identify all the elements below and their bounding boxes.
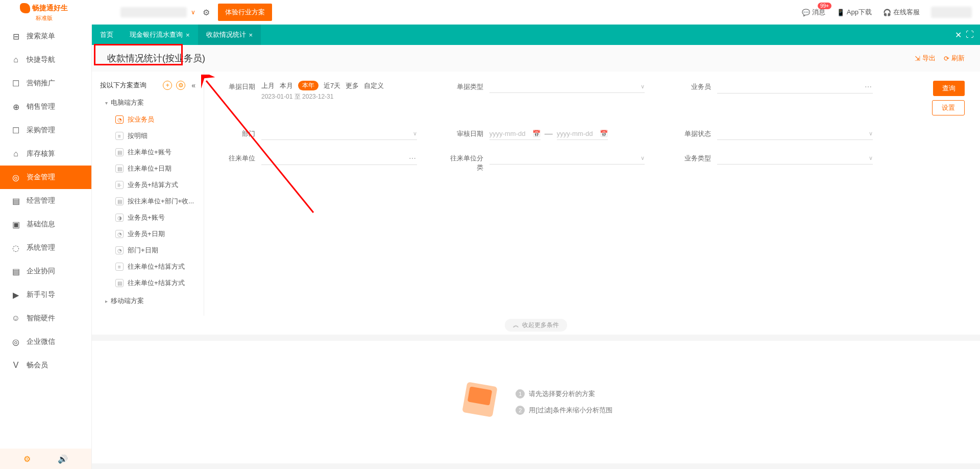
sidebar-item-icon: ▤ <box>11 267 20 276</box>
sidebar-item-icon: ⌂ <box>11 55 20 64</box>
sidebar-item[interactable]: ▤经营管理 <box>0 189 91 213</box>
page-header: 收款情况统计(按业务员) ⇲ 导出 ⟳ 刷新 <box>92 45 980 72</box>
experience-button[interactable]: 体验行业方案 <box>218 4 272 21</box>
sidebar-item[interactable]: ☐采购管理 <box>0 119 91 142</box>
date-last7[interactable]: 近7天 <box>324 81 340 90</box>
query-plan-item[interactable]: ▤往来单位+结算方式 <box>105 275 204 291</box>
sidebar-item[interactable]: V畅会员 <box>0 354 91 377</box>
biz-type-select[interactable]: ∨ <box>717 152 873 165</box>
query-plan-item[interactable]: ▤往来单位+账号 <box>105 144 204 160</box>
volume-icon[interactable]: 🔊 <box>58 454 68 464</box>
audit-date-to[interactable]: yyyy-mm-dd📅 <box>557 128 608 140</box>
query-plan-item[interactable]: ≡按明细 <box>105 128 204 144</box>
add-plan-icon[interactable]: + <box>163 81 172 90</box>
query-plan-item[interactable]: ◑业务员+账号 <box>105 209 204 226</box>
sidebar-item[interactable]: ◎企业微信 <box>0 330 91 354</box>
collapse-filters-button[interactable]: ︽ 收起更多条件 <box>505 319 567 332</box>
close-icon[interactable]: × <box>249 31 253 39</box>
close-icon[interactable]: × <box>186 31 190 39</box>
plan-item-label: 业务员+日期 <box>128 229 165 239</box>
query-plan-item[interactable]: ≡往来单位+结算方式 <box>105 259 204 275</box>
caret-icon: ▾ <box>105 100 108 106</box>
robot-illustration <box>459 379 505 425</box>
query-plan-item[interactable]: ◔部门+日期 <box>105 242 204 259</box>
bill-type-select[interactable]: ∨ <box>489 81 645 93</box>
sidebar-item[interactable]: ☐营销推广 <box>0 72 91 95</box>
plan-settings-icon[interactable]: ⚙ <box>176 81 185 90</box>
date-last-month[interactable]: 上月 <box>261 81 275 90</box>
sidebar-item[interactable]: ◌系统管理 <box>0 236 91 260</box>
audit-date-from[interactable]: yyyy-mm-dd📅 <box>489 128 541 140</box>
sidebar-item[interactable]: ☺智能硬件 <box>0 307 91 330</box>
tab-label: 现金银行流水查询 <box>130 30 183 39</box>
collapse-panel-icon[interactable]: « <box>191 81 195 89</box>
query-button[interactable]: 查询 <box>933 81 965 96</box>
sidebar-item-label: 基础信息 <box>27 220 55 229</box>
sidebar-item-label: 系统管理 <box>27 243 55 252</box>
sidebar-item[interactable]: ⊕销售管理 <box>0 95 91 119</box>
query-plan-item[interactable]: ▤按往来单位+部门+收... <box>105 193 204 209</box>
query-plan-item[interactable]: ◔业务员+日期 <box>105 226 204 242</box>
chevron-down-icon: ∨ <box>641 83 645 90</box>
tab-label: 首页 <box>100 30 113 39</box>
date-custom[interactable]: 自定义 <box>364 81 384 90</box>
sidebar-item-icon: ⊕ <box>11 102 20 111</box>
date-quick-picker: 上月 本月 本年 近7天 更多 自定义 <box>261 81 417 90</box>
query-group-toggle[interactable]: ▾电脑端方案 <box>105 98 204 107</box>
plan-item-label: 部门+日期 <box>128 246 158 255</box>
settings-gear-icon[interactable]: ⚙ <box>23 454 31 464</box>
contact-unit-select[interactable]: ⋯ <box>261 152 417 165</box>
plan-item-icon: ▤ <box>115 197 124 205</box>
sidebar-item[interactable]: ⌂库存核算 <box>0 142 91 166</box>
sidebar-item-label: 销售管理 <box>27 102 55 111</box>
date-this-year[interactable]: 本年 <box>298 81 318 90</box>
plan-item-label: 业务员+结算方式 <box>128 180 178 190</box>
tab[interactable]: 首页 <box>92 25 121 45</box>
empty-state: 1请先选择要分析的方案 2用[过滤]条件来缩小分析范围 <box>459 379 612 425</box>
messages-link[interactable]: 💬 消息 99+ <box>802 8 825 17</box>
plan-item-label: 按明细 <box>128 131 148 140</box>
collapse-bar: ︽ 收起更多条件 <box>92 316 980 335</box>
online-service-link[interactable]: 🎧 在线客服 <box>883 8 920 17</box>
salesperson-label: 业务员 <box>675 81 711 91</box>
sidebar-item[interactable]: ⌂快捷导航 <box>0 48 91 72</box>
tab[interactable]: 收款情况统计× <box>198 25 261 45</box>
bill-status-select[interactable]: ∨ <box>717 128 873 140</box>
user-avatar[interactable] <box>931 7 972 18</box>
headset-icon: 🎧 <box>883 9 891 16</box>
query-plan-item[interactable]: ◔按业务员 <box>105 111 204 128</box>
sidebar-item[interactable]: ▣基础信息 <box>0 213 91 236</box>
org-selector[interactable]: ∨ ⚙ <box>120 7 210 17</box>
sidebar-item[interactable]: ▶新手引导 <box>0 283 91 307</box>
sidebar-item[interactable]: ▤企业协同 <box>0 260 91 283</box>
sidebar-item-icon: ◌ <box>11 243 20 252</box>
close-all-icon[interactable]: ✕ <box>955 30 962 40</box>
sidebar-item[interactable]: ⊟搜索菜单 <box>0 25 91 48</box>
sidebar-item-icon: ▤ <box>11 196 20 205</box>
department-select[interactable]: ∨ <box>261 128 417 140</box>
gear-icon[interactable]: ⚙ <box>203 8 210 17</box>
query-plan-item[interactable]: ⊪业务员+结算方式 <box>105 177 204 193</box>
plan-item-icon: ◑ <box>115 214 124 222</box>
settings-button[interactable]: 设置 <box>932 100 965 115</box>
contact-class-select[interactable]: ∨ <box>489 152 645 165</box>
app-download-link[interactable]: 📱 App下载 <box>837 8 872 17</box>
tab[interactable]: 现金银行流水查询× <box>121 25 198 45</box>
sidebar-item-label: 采购管理 <box>27 126 55 135</box>
query-group-toggle[interactable]: ▸移动端方案 <box>105 296 204 306</box>
fullscreen-icon[interactable]: ⛶ <box>966 30 974 40</box>
date-this-month[interactable]: 本月 <box>280 81 293 90</box>
refresh-button[interactable]: ⟳ 刷新 <box>944 54 965 63</box>
chevron-down-icon: ∨ <box>413 130 417 137</box>
date-more[interactable]: 更多 <box>346 81 359 90</box>
salesperson-select[interactable]: ⋯ <box>717 81 873 93</box>
export-button[interactable]: ⇲ 导出 <box>915 54 936 63</box>
calendar-icon: 📅 <box>532 130 541 137</box>
query-plan-group: ▸移动端方案 <box>92 291 204 306</box>
plan-item-icon: ▤ <box>115 279 124 287</box>
query-plan-item[interactable]: ▤往来单位+日期 <box>105 160 204 177</box>
sidebar-item-label: 营销推广 <box>27 79 55 88</box>
more-dots-icon: ⋯ <box>865 83 873 91</box>
sidebar-item[interactable]: ◎资金管理 <box>0 166 91 189</box>
logo-icon <box>20 3 30 13</box>
